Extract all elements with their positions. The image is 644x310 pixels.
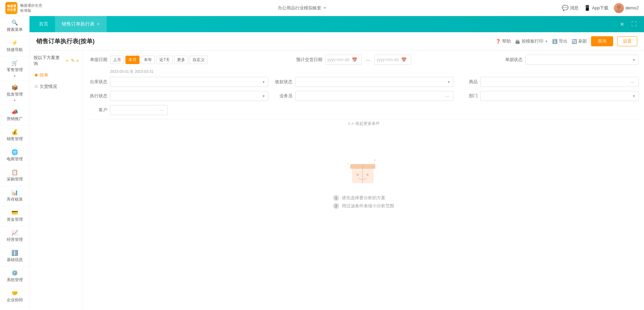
left-panel-icons: ＋ ✎ « bbox=[65, 58, 79, 64]
nav-right-actions: ✕ ⛶ bbox=[617, 19, 641, 29]
pay-status-dropdown[interactable]: ▼ bbox=[295, 77, 453, 87]
sidebar-item-label: 经营管理 bbox=[7, 237, 23, 243]
date-from-placeholder: yyyy-mm-dd bbox=[327, 57, 349, 62]
sidebar-item-basic-info[interactable]: ℹ️ 基础信息 bbox=[0, 246, 29, 266]
collapse-bar[interactable]: ∧∧ 收起更多条件 bbox=[89, 119, 639, 128]
nav-center-arrow[interactable]: ▼ bbox=[323, 6, 327, 10]
svg-point-8 bbox=[357, 174, 359, 176]
order-status-dropdown[interactable]: ▼ bbox=[525, 55, 639, 65]
ship-status-arrow: ▼ bbox=[262, 80, 265, 84]
close-window-btn[interactable]: ✕ bbox=[617, 19, 627, 29]
tab-sales-exec[interactable]: 销售订单执行表 ✕ bbox=[55, 16, 107, 32]
date-btn-this-year[interactable]: 本年 bbox=[141, 56, 155, 64]
setting-button[interactable]: 设置 bbox=[617, 36, 637, 46]
ecom-mgmt-icon: 🌐 bbox=[11, 149, 18, 155]
main-panel: 按以下方案查询 ＋ ✎ « 按单 欠货情况 bbox=[30, 51, 644, 310]
sidebar-item-ecom-mgmt[interactable]: 🌐 电商管理 bbox=[0, 146, 29, 166]
content-area: 首页 销售订单执行表 ✕ ✕ ⛶ 销售订单执行表(按单) bbox=[30, 16, 644, 310]
marketing-icon: 📣 bbox=[11, 109, 18, 115]
date-btn-7days[interactable]: 近7天 bbox=[156, 56, 173, 64]
nav-center[interactable]: 办公用品行业模拟账套 ▼ bbox=[278, 5, 327, 11]
predicted-date-to[interactable]: yyyy-mm-dd 📅 bbox=[374, 55, 411, 65]
sidebar-item-purchase-mgmt[interactable]: 📋 采购管理 bbox=[0, 166, 29, 186]
sidebar-item-marketing[interactable]: 📣 营销推广 bbox=[0, 105, 29, 125]
sidebar-item-ops-mgmt[interactable]: 📈 经营管理 bbox=[0, 226, 29, 246]
logo-area: 畅捷通好生意 畅捷通好生意 标准版 bbox=[5, 2, 42, 14]
tab-close-icon[interactable]: ✕ bbox=[97, 22, 100, 27]
tab-home-label: 首页 bbox=[39, 21, 48, 27]
sidebar-item-inventory[interactable]: 📊 库存核算 bbox=[0, 186, 29, 206]
sidebar-item-quick-nav[interactable]: ⚡ 快捷导航 bbox=[0, 36, 29, 56]
ship-status-dropdown[interactable]: ▼ bbox=[110, 77, 268, 87]
sidebar-item-retail-mgmt[interactable]: 🛒 零售管理 ▲ bbox=[0, 56, 29, 81]
print-label: 按模板打印 bbox=[522, 38, 543, 44]
sidebar-item-finance[interactable]: 💳 资金管理 bbox=[0, 206, 29, 226]
sidebar-item-label: 库存核算 bbox=[7, 197, 23, 202]
dept-dropdown[interactable]: ▼ bbox=[480, 91, 639, 101]
goods-ellipsis[interactable]: ··· bbox=[629, 79, 636, 85]
query-button[interactable]: 查询 bbox=[591, 36, 613, 46]
date-range-text: 2023-03-01 至 2023-03-31 bbox=[110, 69, 154, 73]
date-btn-this-month[interactable]: 本月 bbox=[125, 56, 140, 64]
ops-mgmt-icon: 📈 bbox=[11, 229, 18, 236]
user-name: demo2 bbox=[625, 5, 639, 10]
msg-label: 消息 bbox=[570, 5, 579, 11]
collapse-panel-btn[interactable]: « bbox=[76, 58, 79, 64]
app-logo: 畅捷通好生意 bbox=[5, 2, 17, 14]
tab-home[interactable]: 首页 bbox=[32, 16, 55, 32]
filter-order-status: 单据状态 ▼ bbox=[504, 55, 639, 65]
filter-exec-status: 执行状态 ▼ bbox=[89, 91, 268, 101]
top-header: 畅捷通好生意 畅捷通好生意 标准版 办公用品行业模拟账套 ▼ 💬 消息 📱 Ap… bbox=[0, 0, 644, 16]
refresh-btn[interactable]: 🔄 刷新 bbox=[572, 38, 587, 44]
help-btn[interactable]: ❓ 帮助 bbox=[495, 38, 511, 44]
sidebar-item-corp-coop[interactable]: 🤝 企业协同 bbox=[0, 287, 29, 307]
sidebar: 🔍 搜索菜单 ⚡ 快捷导航 🛒 零售管理 ▲ 📦 批发管理 ▲ 📣 营销推广 💰… bbox=[0, 16, 30, 310]
step-num-2: 2 bbox=[333, 203, 339, 209]
empty-steps: 1 请先选择要分析的方案 2 用过滤条件来缩小分析范围 bbox=[333, 195, 394, 211]
calendar-icon-to[interactable]: 📅 bbox=[401, 57, 407, 62]
fullscreen-btn[interactable]: ⛶ bbox=[629, 19, 639, 29]
step-num-1: 1 bbox=[333, 195, 339, 201]
exec-status-dropdown[interactable]: ▼ bbox=[110, 91, 268, 101]
date-btn-last-month[interactable]: 上月 bbox=[110, 56, 124, 64]
wholesale-mgmt-icon: 📦 bbox=[11, 84, 18, 91]
page-actions: ❓ 帮助 🖨️ 按模板打印 ▼ ⬇️ 导出 🔄 刷新 bbox=[495, 36, 637, 46]
sidebar-item-label: 采购管理 bbox=[7, 176, 23, 182]
collapse-label: 收起更多条件 bbox=[356, 121, 380, 126]
edit-scheme-btn[interactable]: ✎ bbox=[71, 58, 75, 64]
help-icon: ❓ bbox=[495, 39, 501, 44]
filter-section: 单据日期 上月 本月 本年 近7天 更多 自定义 bbox=[89, 55, 639, 128]
msg-btn[interactable]: 💬 消息 bbox=[562, 5, 579, 11]
exec-status-arrow: ▼ bbox=[262, 94, 265, 98]
goods-input[interactable]: ··· bbox=[480, 77, 639, 87]
left-menu-by-debt[interactable]: 欠货情况 bbox=[30, 81, 83, 92]
filter-goods: 商品 ··· bbox=[459, 77, 639, 87]
sidebar-item-label: 营销推广 bbox=[7, 116, 23, 122]
sidebar-item-newbie[interactable]: 🎯 新手引导 bbox=[0, 307, 29, 310]
left-menu-by-order[interactable]: 按单 bbox=[30, 69, 83, 81]
salesperson-input[interactable]: ··· bbox=[295, 91, 453, 101]
date-btn-custom[interactable]: 自定义 bbox=[190, 56, 208, 64]
active-dot bbox=[35, 74, 38, 76]
sidebar-item-label: 基础信息 bbox=[7, 257, 23, 263]
customer-ellipsis[interactable]: ··· bbox=[158, 107, 165, 113]
calendar-icon-from[interactable]: 📅 bbox=[352, 57, 357, 62]
sidebar-item-label: 批发管理 bbox=[7, 92, 23, 97]
filter-row-1: 单据日期 上月 本月 本年 近7天 更多 自定义 bbox=[89, 55, 639, 65]
sidebar-item-search-menu[interactable]: 🔍 搜索菜单 bbox=[0, 16, 29, 36]
sidebar-item-sys-mgmt[interactable]: ⚙️ 系统管理 bbox=[0, 266, 29, 287]
sidebar-item-label: 搜索菜单 bbox=[7, 27, 23, 33]
user-profile[interactable]: demo2 bbox=[614, 3, 639, 13]
predicted-date-from[interactable]: yyyy-mm-dd 📅 bbox=[325, 55, 362, 65]
sidebar-item-sales-mgmt[interactable]: 💰 销售管理 bbox=[0, 125, 29, 146]
nav-center-label: 办公用品行业模拟账套 bbox=[278, 5, 321, 11]
salesperson-ellipsis[interactable]: ··· bbox=[444, 93, 450, 99]
inactive-dot bbox=[35, 85, 38, 88]
add-scheme-btn[interactable]: ＋ bbox=[65, 58, 69, 64]
sidebar-item-wholesale-mgmt[interactable]: 📦 批发管理 ▲ bbox=[0, 81, 29, 105]
app-download-btn[interactable]: 📱 App下载 bbox=[584, 5, 608, 11]
date-btn-more[interactable]: 更多 bbox=[174, 56, 188, 64]
customer-input[interactable]: ··· bbox=[110, 105, 168, 115]
export-btn[interactable]: ⬇️ 导出 bbox=[552, 38, 568, 44]
print-btn[interactable]: 🖨️ 按模板打印 ▼ bbox=[515, 38, 548, 44]
